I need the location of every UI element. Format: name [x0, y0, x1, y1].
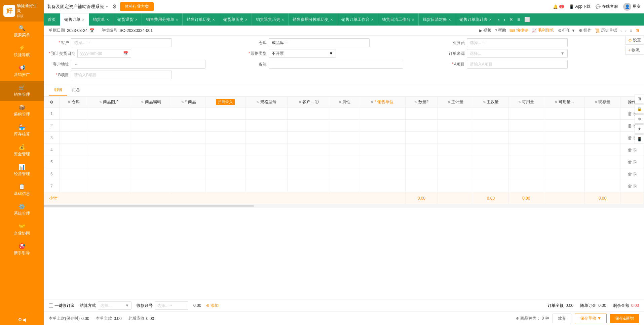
notice-item[interactable]: 🔔 8 [553, 4, 564, 9]
solution-btn[interactable]: 体验行业方案 [120, 2, 154, 11]
col-qty2[interactable]: ⇅ 数量2 [405, 97, 438, 108]
delivery-date-input[interactable]: yyyy-mm-dd 📅 [77, 49, 131, 58]
copy-row-4-icon[interactable]: ⎘ [634, 147, 636, 153]
system-title-dropdown[interactable]: 装备及固定资产辅助管理系统 ▼ [47, 4, 109, 10]
save-new-btn[interactable]: 保存&新增 [610, 314, 639, 323]
sidebar-item-quick[interactable]: ⚡ 快捷导航 [0, 41, 44, 61]
tab-nav-left[interactable]: ‹ [496, 17, 502, 22]
sidebar-item-guide[interactable]: 🎯 新手引导 [0, 240, 44, 259]
row-1-code[interactable] [130, 108, 172, 120]
sidebar-item-sales[interactable]: 🛒 销售管理 [0, 81, 44, 101]
calendar-icon[interactable]: 📅 [89, 28, 94, 33]
tab-cash-daily-close[interactable]: ✕ [412, 18, 414, 22]
delete-row-6-icon[interactable]: 🗑 [628, 171, 632, 177]
list-view-icon[interactable]: ≡ [630, 28, 632, 33]
discard-btn[interactable]: 放弃 [553, 314, 571, 323]
tab-detail[interactable]: 明细 [49, 84, 67, 96]
sidebar-item-inventory[interactable]: 🏪 库存核算 [0, 121, 44, 140]
tab-sales-invoice-close[interactable]: ✕ [106, 18, 109, 22]
tab-nav-menu[interactable]: ≡ [515, 17, 522, 22]
tab-expense-history[interactable]: 销售费用分摊单历史 ✕ [289, 13, 337, 26]
copy-row-6-icon[interactable]: ⎘ [634, 171, 636, 177]
sidebar-item-purchase[interactable]: 📦 采购管理 [0, 101, 44, 121]
sidebar-item-search[interactable]: 🔍 搜索菜单 [0, 22, 44, 41]
row-1-spec[interactable] [245, 108, 288, 120]
row-3-product[interactable] [172, 132, 205, 144]
row-3-code[interactable] [130, 132, 172, 144]
col-scan[interactable]: 扫码录入 [205, 97, 245, 108]
logistics-float-btn[interactable]: + 物流 [625, 46, 644, 55]
copy-row-5-icon[interactable]: ⎘ [634, 159, 636, 165]
b-project-input[interactable]: 请输入B项目 [71, 71, 172, 79]
col-main-qty[interactable]: ⇅ 主数量 [473, 97, 508, 108]
horizontal-scrollbar[interactable] [44, 204, 644, 208]
col-available[interactable]: ⇅ 可用量 [508, 97, 544, 108]
right-panel-btn-1[interactable]: ⊞ [635, 94, 644, 104]
tab-home[interactable]: 首页 [44, 13, 60, 26]
col-available2[interactable]: ⇅ 可用量... [544, 97, 585, 108]
add-payment-btn[interactable]: ⊕ 添加 [206, 303, 219, 309]
delete-row-1-icon[interactable]: 🗑 [628, 111, 632, 116]
view-btn[interactable]: ▶ 视频 [479, 28, 491, 33]
scan-btn[interactable]: 扫码录入 [216, 99, 235, 105]
profit-btn[interactable]: 📈 毛利预览 [532, 28, 554, 33]
col-product[interactable]: ⇅ * 商品 [172, 97, 205, 108]
tab-expense-split[interactable]: 销售费用分摊单 ✕ [142, 13, 183, 26]
sidebar-item-base[interactable]: 📋 基础信息 [0, 180, 44, 200]
row-1-customer-order[interactable] [287, 108, 330, 120]
right-panel-btn-5[interactable]: 📱 [635, 134, 644, 144]
user-item[interactable]: 👤 用友 [623, 3, 641, 11]
tab-sales-workbench[interactable]: 销售订单工作台 ✕ [337, 13, 378, 26]
col-attributes[interactable]: ⇅ 属性 [330, 97, 359, 108]
col-customer-order[interactable]: ⇅ 客户... ⓘ [287, 97, 330, 108]
sidebar-item-operation[interactable]: 📊 经营管理 [0, 160, 44, 180]
delete-row-3-icon[interactable]: 🗑 [628, 135, 632, 140]
delete-row-4-icon[interactable]: 🗑 [628, 147, 632, 153]
tab-sales-return-close[interactable]: ✕ [135, 18, 138, 22]
app-download-item[interactable]: 📱 App下载 [569, 4, 591, 9]
tab-order-history[interactable]: 销售订单历史 ✕ [183, 13, 219, 26]
row-2-product[interactable] [172, 120, 205, 132]
order-source-input[interactable]: 选择... ▼ [467, 49, 568, 58]
tab-invoice-history[interactable]: 销货单历史 ✕ [219, 13, 252, 26]
tab-nav-close-all[interactable]: ✕ [507, 17, 515, 22]
row-2-code[interactable] [130, 120, 172, 132]
tab-invoice-history-close[interactable]: ✕ [245, 18, 248, 22]
tab-sales-workbench-close[interactable]: ✕ [371, 18, 374, 22]
copy-row-7-icon[interactable]: ⎘ [634, 184, 636, 189]
tab-summary[interactable]: 汇总 [67, 84, 85, 96]
sidebar-item-system[interactable]: ⚙️ 系统管理 [0, 200, 44, 220]
sidebar-item-enterprise[interactable]: 🤝 企业协同 [0, 220, 44, 240]
collapse-icon[interactable]: ◀ [22, 317, 26, 322]
row-2-spec[interactable] [245, 120, 288, 132]
notes-input[interactable] [269, 60, 403, 69]
nav-next-icon[interactable]: › [625, 28, 627, 33]
one-click-confirm-checkbox[interactable] [49, 303, 53, 308]
shortcut-btn[interactable]: ⌨ 快捷键 [509, 28, 528, 33]
col-product-code[interactable]: ⇅ 商品编码 [130, 97, 172, 108]
row-1-sales-unit[interactable] [359, 108, 405, 120]
sidebar-item-finance[interactable]: 💰 资金管理 [0, 140, 44, 160]
history-btn[interactable]: 📜 历史单据 [595, 28, 617, 33]
tab-sales-invoice[interactable]: 销货单 ✕ [89, 13, 113, 26]
tab-expense-history-close[interactable]: ✕ [330, 18, 333, 22]
settings-bottom-icon[interactable]: ⚙ [18, 317, 22, 322]
tab-nav-expand[interactable]: ⬜ [522, 17, 532, 22]
tab-nav-right[interactable]: › [502, 17, 507, 22]
payment-method-select[interactable]: 选择... ▼ [98, 301, 131, 310]
row-1-warehouse[interactable] [59, 108, 88, 120]
col-sales-unit[interactable]: ⇅ * 销售单位 [359, 97, 405, 108]
grid-view-icon[interactable]: ⊞ [636, 28, 639, 33]
col-warehouse[interactable]: ⇅ 仓库 [59, 97, 88, 108]
right-panel-btn-4[interactable]: ★ [635, 124, 644, 134]
tab-sales-stats-close[interactable]: ✕ [489, 18, 492, 22]
tab-sales-order-close[interactable]: ✕ [82, 18, 84, 22]
tab-cash-reconcile-close[interactable]: ✕ [448, 18, 451, 22]
row-2-customer-order[interactable] [287, 120, 330, 132]
tab-cash-reconcile[interactable]: 钱货日清对账 ✕ [419, 13, 455, 26]
tab-expense-split-close[interactable]: ✕ [176, 18, 178, 22]
delete-row-7-icon[interactable]: 🗑 [628, 184, 632, 189]
col-spec[interactable]: ⇅ 规格型号 [245, 97, 288, 108]
operation-btn[interactable]: ⚙ 操作 [579, 28, 592, 33]
sidebar-item-marketing[interactable]: 📢 营销推广 [0, 61, 44, 81]
